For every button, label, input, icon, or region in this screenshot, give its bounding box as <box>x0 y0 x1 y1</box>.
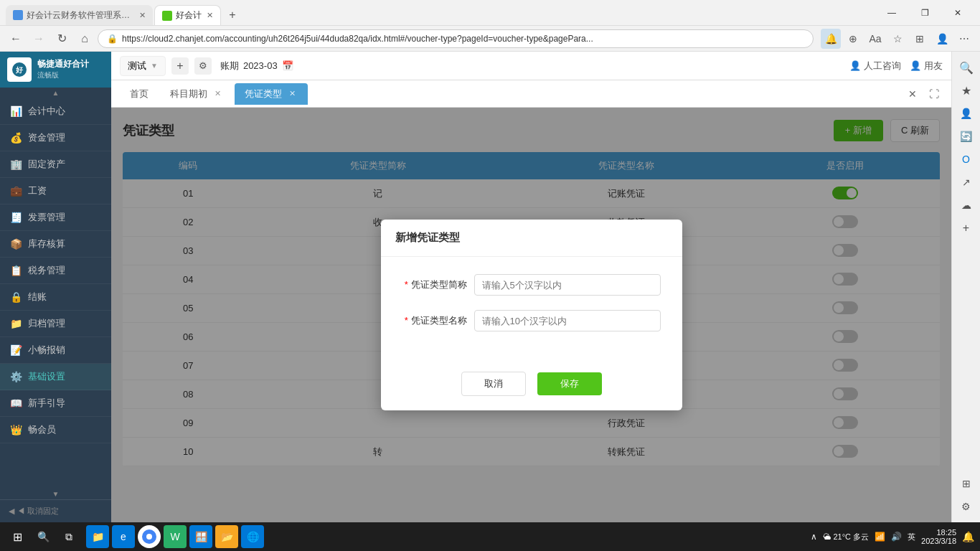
page-content: 凭证类型 + 新增 C 刷新 编码 凭证类型简称 凭证类型名称 是否启用 <box>111 108 951 522</box>
taskbar-time: 18:25 2023/3/18 <box>921 528 956 545</box>
cancel-pin-label: ◀ 取消固定 <box>17 506 59 517</box>
tab-subjects[interactable]: 科目期初 ✕ <box>160 83 233 105</box>
right-star-button[interactable]: ★ <box>956 80 976 100</box>
lock-icon: 🔒 <box>107 34 118 44</box>
calendar-icon[interactable]: 📅 <box>282 60 293 71</box>
notification-button[interactable]: 🔔 <box>962 531 974 542</box>
tab-maximize-button[interactable]: ⛶ <box>925 85 943 103</box>
sidebar-item-settings[interactable]: ⚙️ 基础设置 <box>0 364 111 390</box>
logo-icon: 好 <box>7 57 32 82</box>
workspace-settings-button[interactable]: ⚙ <box>194 57 212 75</box>
right-grid-button[interactable]: ⊞ <box>956 474 976 494</box>
extension-btn-4[interactable]: ☆ <box>887 29 908 49</box>
sidebar-item-invoice[interactable]: 🧾 发票管理 <box>0 204 111 231</box>
sidebar-item-guide[interactable]: 📖 新手引导 <box>0 390 111 417</box>
right-share-button[interactable]: ↗ <box>956 172 976 192</box>
modal-overlay: 新增凭证类型 * 凭证类型简称 * <box>111 108 951 522</box>
sidebar-item-archive[interactable]: 📁 归档管理 <box>0 311 111 337</box>
help-button[interactable]: 👤 人工咨询 <box>849 60 901 72</box>
taskbar: ⊞ 🔍 ⧉ 📁 e W 🪟 📂 🌐 ∧ 🌥 21°C 多云 📶 🔊 英 18:2… <box>0 522 980 551</box>
sidebar-item-report[interactable]: 📝 小畅报销 <box>0 337 111 364</box>
modal-dialog: 新增凭证类型 * 凭证类型简称 * <box>381 220 682 410</box>
extension-btn-2[interactable]: ⊕ <box>843 29 863 49</box>
tab1-close[interactable]: ✕ <box>139 11 146 20</box>
sidebar-item-assets[interactable]: 🏢 固定资产 <box>0 151 111 178</box>
refresh-button[interactable]: ↻ <box>52 29 72 49</box>
new-tab-button[interactable]: + <box>222 5 242 25</box>
name-input[interactable] <box>474 310 661 331</box>
right-settings-button[interactable]: ⚙ <box>956 496 976 517</box>
minimize-button[interactable]: — <box>875 2 908 24</box>
browser-tab-1[interactable]: 好会计云财务软件管理系统_会计 ✕ <box>6 5 153 25</box>
cancel-pin-button[interactable]: ◀ ◀ 取消固定 <box>0 499 111 522</box>
search-taskbar-button[interactable]: 🔍 <box>32 525 55 548</box>
taskbar-app-files[interactable]: 📂 <box>215 525 238 548</box>
company-selector[interactable]: 测试 ▼ <box>120 56 166 76</box>
address-input[interactable]: 🔒 https://cloud2.chanjet.com/accounting/… <box>98 29 814 48</box>
cancel-button[interactable]: 取消 <box>461 372 526 396</box>
period-label: 账期 <box>220 60 239 72</box>
guide-label: 新手引导 <box>28 397 65 410</box>
sidebar-item-payroll[interactable]: 💼 工资 <box>0 178 111 204</box>
taskbar-app-chrome[interactable] <box>138 525 161 548</box>
tab1-favicon <box>13 10 23 20</box>
extension-btn-3[interactable]: Aa <box>865 29 885 49</box>
save-button[interactable]: 保存 <box>537 372 602 395</box>
back-button[interactable]: ← <box>6 29 26 49</box>
taskbar-app-browser2[interactable]: 🌐 <box>241 525 264 548</box>
svg-point-3 <box>146 534 152 540</box>
home-button[interactable]: ⌂ <box>75 29 95 49</box>
taskview-button[interactable]: ⧉ <box>57 525 80 548</box>
sidebar-item-inventory[interactable]: 📦 库存核算 <box>0 231 111 258</box>
tab-home[interactable]: 首页 <box>120 83 159 105</box>
taskbar-app-store[interactable]: 🪟 <box>189 525 212 548</box>
taskbar-app-wechat[interactable]: W <box>164 525 187 548</box>
right-outlook-button[interactable]: O <box>956 149 976 169</box>
tab-minimize-button[interactable]: ✕ <box>904 85 921 103</box>
browser-tab-2[interactable]: 好会计 ✕ <box>154 5 221 25</box>
inventory-icon: 📦 <box>10 238 22 250</box>
tab-voucher-type[interactable]: 凭证类型 ✕ <box>235 83 308 105</box>
sidebar-item-tax[interactable]: 📋 税务管理 <box>0 258 111 284</box>
add-workspace-button[interactable]: + <box>171 57 189 75</box>
help-label: 人工咨询 <box>864 60 901 72</box>
taskbar-app-explorer[interactable]: 📁 <box>86 525 109 548</box>
close-button[interactable]: ✕ <box>941 2 974 24</box>
voucher-type-tab-close[interactable]: ✕ <box>286 88 298 100</box>
forward-button[interactable]: → <box>29 29 49 49</box>
right-sync-button[interactable]: 🔄 <box>956 126 976 146</box>
taskbar-caret-up[interactable]: ∧ <box>811 532 817 542</box>
sidebar-item-fund[interactable]: 💰 资金管理 <box>0 125 111 151</box>
sidebar-item-dashboard[interactable]: 📊 会计中心 <box>0 98 111 125</box>
extension-btn-6[interactable]: 👤 <box>932 29 952 49</box>
right-plus-button[interactable]: + <box>956 218 976 238</box>
dropdown-icon: ▼ <box>151 62 158 70</box>
extension-btn-5[interactable]: ⊞ <box>910 29 930 49</box>
weather-icon: 🌥 <box>823 532 831 541</box>
abbr-input[interactable] <box>474 274 661 296</box>
more-button[interactable]: ⋯ <box>954 29 974 49</box>
extension-btn-1[interactable]: 🔔 <box>821 29 841 49</box>
subjects-tab-close[interactable]: ✕ <box>212 88 223 100</box>
right-user-button[interactable]: 👤 <box>956 103 976 123</box>
fund-icon: 💰 <box>10 132 22 143</box>
dashboard-icon: 📊 <box>10 105 22 117</box>
user-button[interactable]: 👤 用友 <box>910 60 943 72</box>
logo-sub: 流畅版 <box>37 70 89 80</box>
payroll-label: 工资 <box>28 184 47 197</box>
logo-name: 畅捷通好合计 <box>37 59 89 70</box>
sidebar-item-member[interactable]: 👑 畅会员 <box>0 417 111 443</box>
sidebar-item-close[interactable]: 🔒 结账 <box>0 284 111 311</box>
time-display: 18:25 <box>921 528 956 537</box>
right-cloud-button[interactable]: ☁ <box>956 195 976 215</box>
maximize-button[interactable]: ❐ <box>908 2 941 24</box>
right-search-button[interactable]: 🔍 <box>956 57 976 77</box>
assets-icon: 🏢 <box>10 159 22 170</box>
start-button[interactable]: ⊞ <box>6 525 29 548</box>
window-controls: — ❐ ✕ <box>875 2 974 24</box>
sidebar-scroll-up[interactable]: ▲ <box>0 88 111 98</box>
taskbar-app-edge[interactable]: e <box>112 525 135 548</box>
tab2-close[interactable]: ✕ <box>207 11 213 20</box>
sidebar-scroll-down[interactable]: ▼ <box>0 489 111 499</box>
header-actions: 👤 人工咨询 👤 用友 <box>849 60 943 72</box>
